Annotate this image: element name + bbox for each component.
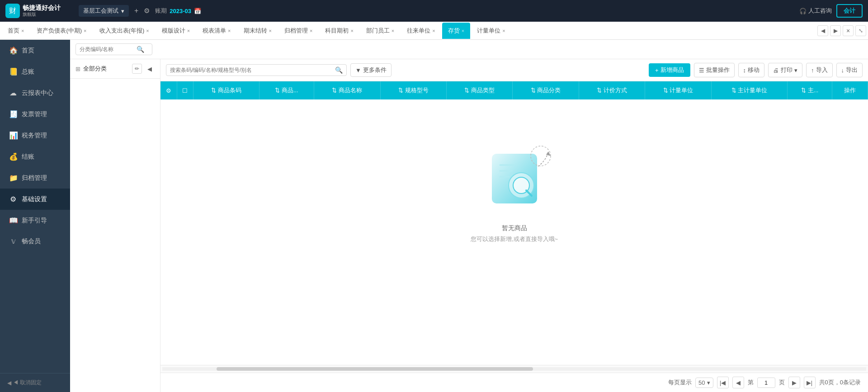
category-search-box[interactable]: 🔍: [75, 43, 152, 55]
tab-template-close[interactable]: ×: [187, 28, 190, 33]
empty-sub-text: 您可以选择新增,或者直接导入哦~: [471, 235, 558, 243]
tab-period-close[interactable]: ×: [269, 28, 272, 33]
tab-prev-btn[interactable]: ◀: [817, 25, 828, 36]
page-first-btn[interactable]: |◀: [717, 377, 729, 388]
content-split: ⊞ 全部分类 ✏ ◀: [70, 59, 868, 392]
sidebar-item-guide[interactable]: 📖 新手引导: [0, 210, 70, 231]
scrollbar-track[interactable]: [217, 367, 533, 371]
tab-tax-close[interactable]: ×: [228, 28, 231, 33]
tab-archive-close[interactable]: ×: [310, 28, 312, 33]
tab-balance-sheet-close[interactable]: ×: [84, 28, 86, 33]
ai-consult-btn[interactable]: 🎧 人工咨询: [799, 7, 832, 15]
th-main-unit[interactable]: ⇅ 主计量单位: [711, 81, 787, 99]
category-edit-btn[interactable]: ✏: [132, 64, 142, 74]
page-next-btn[interactable]: ▶: [788, 377, 800, 388]
tab-inventory-close[interactable]: ×: [462, 28, 464, 33]
th-category[interactable]: ⇅ 商品分类: [513, 81, 579, 99]
table-container: ⚙ ☐ ⇅ 商品条码 ⇅ 商品... ⇅ 商品名称: [160, 81, 868, 365]
table-header: ⚙ ☐ ⇅ 商品条码 ⇅ 商品... ⇅ 商品名称: [160, 81, 868, 99]
th-main-unit2[interactable]: ⇅ 主...: [787, 81, 832, 99]
tab-expand-btn[interactable]: ⤡: [855, 25, 866, 36]
tab-unit-close[interactable]: ×: [502, 28, 505, 33]
th-name[interactable]: ⇅ 商品名称: [314, 81, 380, 99]
tab-home[interactable]: 首页 ×: [2, 23, 30, 39]
main-layout: 🏠 首页 📒 总账 ☁ 云报表中心 🧾 发票管理 📊 税务管理 💰 结账 📁 归…: [0, 40, 868, 392]
category-search-icon[interactable]: 🔍: [137, 46, 144, 53]
grid-icon: ⊞: [75, 66, 80, 72]
sidebar-item-invoice[interactable]: 🧾 发票管理: [0, 104, 70, 125]
product-search-input[interactable]: [170, 67, 332, 73]
more-filter-btn[interactable]: ▼ 更多条件: [350, 63, 392, 77]
th-pricing[interactable]: ⇅ 计价方式: [579, 81, 645, 99]
tab-income-statement[interactable]: 收入支出表(年报) ×: [94, 23, 155, 39]
tab-tax-list[interactable]: 税表清单 ×: [197, 23, 236, 39]
all-category-btn[interactable]: 全部分类: [83, 65, 107, 73]
move-btn[interactable]: ↕ 移动: [738, 63, 765, 77]
add-product-btn[interactable]: + 新增商品: [649, 63, 690, 77]
settings-icon[interactable]: ⚙: [144, 7, 150, 15]
tab-unit[interactable]: 计量单位 ×: [471, 23, 511, 39]
sidebar-item-ledger[interactable]: 📒 总账: [0, 61, 70, 82]
left-panel: ⊞ 全部分类 ✏ ◀: [70, 59, 160, 392]
tab-template-design[interactable]: 模版设计 ×: [156, 23, 196, 39]
category-search-input[interactable]: [80, 46, 134, 52]
tab-close-all-btn[interactable]: ×: [843, 25, 854, 36]
calendar-icon[interactable]: 📅: [194, 8, 201, 14]
period-info: 账期 2023-03 📅: [155, 7, 201, 15]
header-right: 🎧 人工咨询 会计: [799, 4, 863, 18]
tab-dept-staff[interactable]: 部门员工 ×: [360, 23, 400, 39]
th-barcode[interactable]: ⇅ 商品条码: [193, 81, 259, 99]
product-search-box[interactable]: 🔍: [166, 64, 347, 76]
print-icon: 🖨: [773, 67, 779, 74]
export-btn[interactable]: ↓ 导出: [836, 63, 863, 77]
sidebar-collapse-btn[interactable]: ◀ ◀ 取消固定: [0, 373, 70, 392]
page-last-btn[interactable]: ▶|: [804, 377, 816, 388]
sidebar-item-basic-settings[interactable]: ⚙ 基础设置: [0, 189, 70, 210]
th-spec[interactable]: ⇅ 规格型号: [380, 81, 446, 99]
sidebar-item-cloud-report[interactable]: ☁ 云报表中心: [0, 82, 70, 104]
th-type[interactable]: ⇅ 商品类型: [446, 81, 512, 99]
tab-income-close[interactable]: ×: [146, 28, 149, 33]
tab-subject-init[interactable]: 科目期初 ×: [319, 23, 359, 39]
page-input[interactable]: [757, 378, 775, 388]
sidebar-item-closing[interactable]: 💰 结账: [0, 146, 70, 167]
tab-partner-close[interactable]: ×: [432, 28, 435, 33]
home-icon: 🏠: [9, 46, 17, 55]
sidebar-label-ledger: 总账: [22, 68, 34, 76]
tab-balance-sheet[interactable]: 资产负债表(中期) ×: [31, 23, 92, 39]
account-button[interactable]: 会计: [836, 4, 863, 18]
panel-collapse-btn[interactable]: ◀: [145, 64, 155, 74]
tab-subject-close[interactable]: ×: [350, 28, 353, 33]
sidebar-item-home[interactable]: 🏠 首页: [0, 40, 70, 61]
empty-svg: [469, 136, 560, 213]
page-size-select[interactable]: 50 ▾: [695, 378, 713, 388]
product-search-icon[interactable]: 🔍: [335, 66, 343, 74]
th-code[interactable]: ⇅ 商品...: [259, 81, 314, 99]
horizontal-scrollbar[interactable]: [162, 367, 866, 371]
export-label: 导出: [846, 66, 858, 74]
archive-icon: 📁: [9, 174, 17, 182]
tab-inventory[interactable]: 存货 ×: [442, 23, 470, 39]
sidebar-item-archive[interactable]: 📁 归档管理: [0, 167, 70, 189]
batch-operation-btn[interactable]: ☰ 批量操作: [694, 63, 735, 77]
sidebar-item-member[interactable]: 𝕍 畅会员: [0, 231, 70, 252]
th-checkbox[interactable]: ☐: [177, 81, 193, 99]
page-prev-btn[interactable]: ◀: [732, 377, 744, 388]
print-dropdown-icon: ▾: [794, 67, 797, 74]
tab-period-transfer[interactable]: 期末结转 ×: [238, 23, 278, 39]
tab-next-btn[interactable]: ▶: [830, 25, 841, 36]
import-btn[interactable]: ↑ 导入: [806, 63, 833, 77]
move-label: 移动: [748, 66, 760, 74]
tab-partner[interactable]: 往来单位 ×: [401, 23, 441, 39]
period-label: 账期: [155, 7, 167, 15]
add-tab-icon[interactable]: +: [134, 7, 138, 15]
tab-dept-close[interactable]: ×: [392, 28, 394, 33]
sidebar-item-tax[interactable]: 📊 税务管理: [0, 125, 70, 146]
tab-bar: 首页 × 资产负债表(中期) × 收入支出表(年报) × 模版设计 × 税表清单…: [0, 22, 868, 40]
tab-home-close[interactable]: ×: [21, 28, 24, 33]
th-unit[interactable]: ⇅ 计量单位: [645, 81, 711, 99]
company-selector[interactable]: 基层工会测试 ▾: [79, 5, 129, 17]
th-settings[interactable]: ⚙: [160, 81, 177, 99]
tab-archive[interactable]: 归档管理 ×: [278, 23, 318, 39]
print-btn[interactable]: 🖨 打印 ▾: [768, 63, 802, 77]
